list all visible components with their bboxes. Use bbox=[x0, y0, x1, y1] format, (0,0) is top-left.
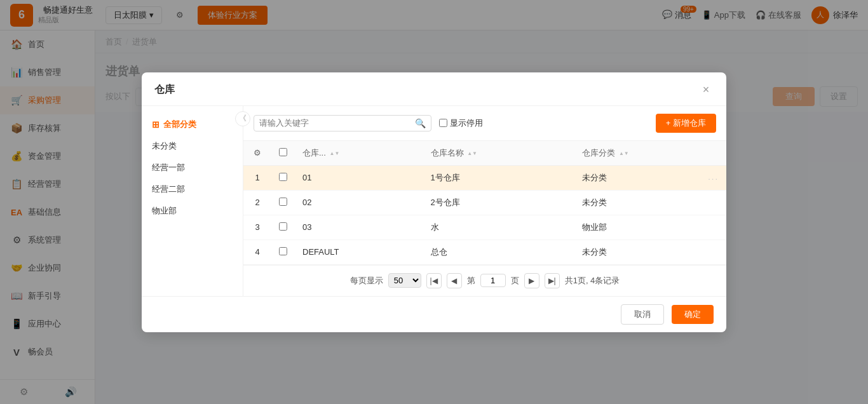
row-category-2: 未分类 bbox=[574, 190, 726, 215]
col-header-gear: ⚙ bbox=[243, 141, 271, 166]
row-name-3: 水 bbox=[423, 215, 575, 239]
col-header-name: 仓库名称 ▲▼ bbox=[423, 141, 575, 166]
cat-item-unclassified[interactable]: 未分类 bbox=[142, 135, 243, 157]
table-row[interactable]: 3 03 水 物业部 bbox=[243, 215, 726, 239]
row-category-1: 未分类 ... bbox=[574, 165, 726, 190]
row-check-2[interactable] bbox=[271, 190, 295, 215]
col-header-category: 仓库分类 ▲▼ bbox=[574, 141, 726, 166]
modal-close-button[interactable]: × bbox=[698, 83, 714, 98]
row-check-1[interactable] bbox=[271, 165, 295, 190]
cat-item-all[interactable]: ⊞ 全部分类 bbox=[142, 114, 243, 135]
search-input[interactable] bbox=[259, 118, 415, 128]
row-code-4: DEFAULT bbox=[295, 239, 423, 264]
grid-icon: ⊞ bbox=[152, 119, 159, 130]
sort-icon-code: ▲▼ bbox=[329, 151, 339, 156]
show-disabled-label: 显示停用 bbox=[450, 118, 483, 129]
modal-title: 仓库 bbox=[154, 83, 175, 97]
modal-overlay: 仓库 × 《 ⊞ 全部分类 未分类 经营一部 经营二部 bbox=[0, 0, 868, 404]
row-code-1: 01 bbox=[295, 165, 423, 190]
pagination-bar: 每页显示 50 10 20 100 |◀ ◀ 第 页 ▶ ▶| 共1页, 4条记… bbox=[243, 265, 726, 296]
warehouse-table-wrap: ⚙ 仓库... ▲▼ 仓库名称 bbox=[243, 141, 726, 265]
cat-item-ops1[interactable]: 经营一部 bbox=[142, 157, 243, 178]
cancel-button[interactable]: 取消 bbox=[621, 304, 664, 325]
col-header-code: 仓库... ▲▼ bbox=[295, 141, 423, 166]
row-category-3: 物业部 bbox=[574, 215, 726, 239]
page-suffix: 页 bbox=[511, 275, 519, 286]
page-last-button[interactable]: ▶| bbox=[545, 273, 560, 288]
cat-label-ops2: 经营二部 bbox=[152, 184, 185, 195]
col-category-label: 仓库分类 bbox=[582, 148, 615, 158]
row-num-2: 2 bbox=[243, 190, 271, 215]
search-icon[interactable]: 🔍 bbox=[415, 118, 426, 128]
modal-footer: 取消 确定 bbox=[142, 296, 726, 332]
row-actions-1[interactable]: ... bbox=[708, 172, 719, 182]
show-disabled-checkbox-label[interactable]: 显示停用 bbox=[439, 118, 483, 129]
row-code-3: 03 bbox=[295, 215, 423, 239]
col-header-check bbox=[271, 141, 295, 166]
gear-icon[interactable]: ⚙ bbox=[254, 148, 261, 158]
col-code-label: 仓库... bbox=[302, 148, 326, 158]
page-number-input[interactable] bbox=[480, 274, 506, 287]
table-row[interactable]: 2 02 2号仓库 未分类 bbox=[243, 190, 726, 215]
cat-label-unclassified: 未分类 bbox=[152, 140, 177, 152]
row-check-3[interactable] bbox=[271, 215, 295, 239]
row-code-2: 02 bbox=[295, 190, 423, 215]
row-num-1: 1 bbox=[243, 165, 271, 190]
total-info: 共1页, 4条记录 bbox=[565, 275, 620, 286]
select-all-checkbox[interactable] bbox=[279, 148, 287, 156]
row-category-4: 未分类 bbox=[574, 239, 726, 264]
row-name-2: 2号仓库 bbox=[423, 190, 575, 215]
row-check-4[interactable] bbox=[271, 239, 295, 264]
page-size-select[interactable]: 50 10 20 100 bbox=[388, 273, 421, 288]
warehouse-modal: 仓库 × 《 ⊞ 全部分类 未分类 经营一部 经营二部 bbox=[142, 72, 726, 332]
page-next-button[interactable]: ▶ bbox=[524, 273, 539, 288]
cat-label-property: 物业部 bbox=[152, 205, 177, 217]
modal-header: 仓库 × bbox=[142, 72, 726, 106]
cat-item-ops2[interactable]: 经营二部 bbox=[142, 178, 243, 200]
modal-main-area: 🔍 显示停用 + 新增仓库 ⚙ bbox=[243, 106, 726, 296]
table-row[interactable]: 4 DEFAULT 总仓 未分类 bbox=[243, 239, 726, 264]
row-name-1: 1号仓库 bbox=[423, 165, 575, 190]
new-warehouse-button[interactable]: + 新增仓库 bbox=[656, 114, 716, 133]
sort-icon-name: ▲▼ bbox=[467, 151, 477, 156]
sort-icon-category: ▲▼ bbox=[619, 151, 629, 156]
page-label: 第 bbox=[467, 275, 475, 286]
cat-label-ops1: 经营一部 bbox=[152, 162, 185, 173]
row-name-4: 总仓 bbox=[423, 239, 575, 264]
search-input-wrap[interactable]: 🔍 bbox=[254, 115, 431, 131]
row-num-3: 3 bbox=[243, 215, 271, 239]
page-first-button[interactable]: |◀ bbox=[426, 273, 442, 288]
show-disabled-checkbox[interactable] bbox=[439, 119, 447, 127]
warehouse-table: ⚙ 仓库... ▲▼ 仓库名称 bbox=[243, 141, 726, 265]
modal-toolbar: 🔍 显示停用 + 新增仓库 bbox=[243, 106, 726, 141]
modal-category-sidebar: 《 ⊞ 全部分类 未分类 经营一部 经营二部 物业部 bbox=[142, 106, 243, 296]
cat-item-property[interactable]: 物业部 bbox=[142, 200, 243, 222]
modal-body: 《 ⊞ 全部分类 未分类 经营一部 经营二部 物业部 bbox=[142, 106, 726, 296]
page-size-label: 每页显示 bbox=[350, 275, 383, 286]
collapse-button[interactable]: 《 bbox=[235, 111, 250, 126]
confirm-button[interactable]: 确定 bbox=[672, 305, 714, 324]
col-name-label: 仓库名称 bbox=[431, 148, 464, 158]
page-prev-button[interactable]: ◀ bbox=[447, 273, 462, 288]
cat-label-all: 全部分类 bbox=[163, 119, 196, 130]
table-row[interactable]: 1 01 1号仓库 未分类 ... bbox=[243, 165, 726, 190]
row-num-4: 4 bbox=[243, 239, 271, 264]
